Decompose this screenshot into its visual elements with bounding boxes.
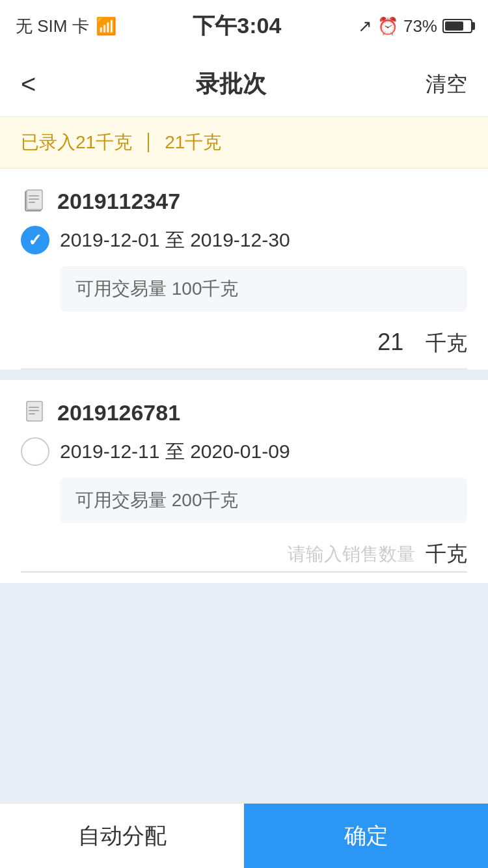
auto-distribute-button[interactable]: 自动分配 (0, 804, 244, 868)
alarm-icon: ⏰ (377, 16, 398, 36)
page-content: 已录入21千克 21千克 2019112347 201 (0, 117, 488, 868)
bottom-bar: 自动分配 确定 (0, 803, 488, 868)
svg-rect-6 (29, 198, 39, 200)
battery-percent: 73% (403, 16, 437, 36)
batch-id-1: 2019112347 (57, 189, 180, 214)
recorded-value: 21千克 (165, 130, 221, 155)
section-divider (0, 370, 488, 380)
nav-bar: < 录批次 清空 (0, 52, 488, 117)
batch-card-1: 2019112347 2019-12-01 至 2019-12-30 可用交易量… (0, 169, 488, 370)
back-button[interactable]: < (21, 70, 36, 99)
status-right: ↗ ⏰ 73% (358, 16, 472, 36)
batch-amount-row-2: 千克 (0, 530, 488, 569)
svg-rect-11 (29, 413, 35, 414)
amount-wrapper-1: 21 千克 (377, 329, 467, 358)
recorded-label: 已录入21千克 (21, 130, 132, 155)
clear-button[interactable]: 清空 (426, 70, 467, 99)
battery-indicator (442, 19, 472, 33)
status-time: 下午3:04 (193, 11, 281, 41)
svg-rect-5 (29, 195, 39, 197)
batch-radio-2[interactable] (21, 437, 49, 466)
wifi-icon: 📶 (96, 16, 116, 36)
amount-input-2[interactable] (21, 544, 415, 565)
batch-available-1: 可用交易量 100千克 (60, 266, 467, 312)
batch-radio-1[interactable] (21, 226, 49, 254)
batch-header-1: 2019112347 (0, 169, 488, 221)
batch-date-row-2[interactable]: 2019-12-11 至 2020-01-09 (0, 432, 488, 471)
svg-rect-7 (29, 202, 35, 203)
batch-date-1: 2019-12-01 至 2019-12-30 (60, 227, 290, 254)
batch-doc-icon-2 (21, 398, 49, 427)
confirm-button[interactable]: 确定 (244, 804, 488, 868)
batch-id-2: 2019126781 (57, 400, 180, 426)
battery-fill (445, 21, 463, 31)
amount-unit-2: 千克 (426, 540, 467, 569)
status-carrier: 无 SIM 卡 📶 (16, 15, 116, 38)
input-underline-2 (21, 571, 467, 573)
battery-tip (472, 22, 475, 30)
batch-header-2: 2019126781 (0, 380, 488, 432)
page-title: 录批次 (196, 68, 266, 100)
batch-card-2: 2019126781 2019-12-11 至 2020-01-09 可用交易量… (0, 380, 488, 583)
amount-unit-1: 千克 (414, 329, 467, 358)
status-bar: 无 SIM 卡 📶 下午3:04 ↗ ⏰ 73% (0, 0, 488, 52)
svg-rect-10 (29, 410, 39, 411)
batch-date-2: 2019-12-11 至 2020-01-09 (60, 439, 290, 465)
location-icon: ↗ (358, 16, 372, 36)
banner-divider (148, 133, 149, 152)
carrier-label: 无 SIM 卡 (16, 15, 89, 38)
batch-date-row-1[interactable]: 2019-12-01 至 2019-12-30 (0, 221, 488, 260)
batch-available-2: 可用交易量 200千克 (60, 478, 467, 523)
batch-amount-row-1: 21 千克 (0, 318, 488, 358)
info-banner: 已录入21千克 21千克 (0, 117, 488, 169)
batch-doc-icon (21, 187, 49, 215)
svg-rect-9 (29, 407, 39, 408)
amount-value-1: 21 (377, 329, 403, 356)
